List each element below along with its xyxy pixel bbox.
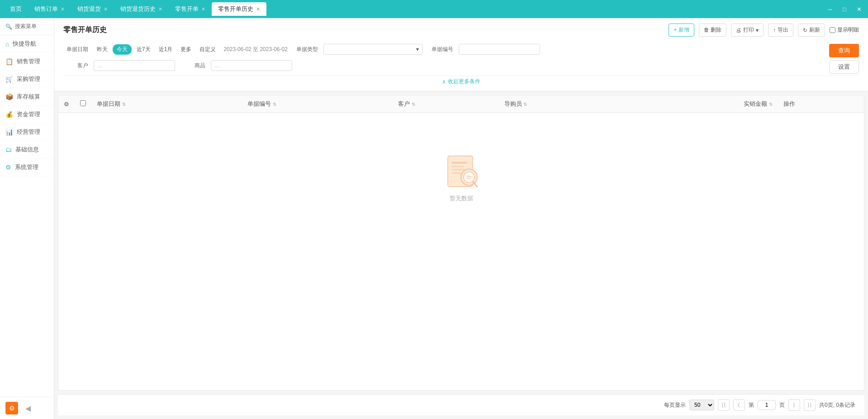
tab-retail-open-history-close[interactable]: ✕: [256, 6, 260, 12]
delete-button[interactable]: 🗑 删除: [699, 24, 726, 37]
page-header: 零售开单历史 + 新增 🗑 删除 🖨 打印 ▾ ↑ 导出 ↻: [54, 18, 868, 91]
date-btn-7days[interactable]: 近7天: [133, 44, 154, 55]
filter-area: 单据日期 昨天 今天 近7天 近1月 更多 自定义 2023-06-02 至 2…: [63, 41, 859, 91]
tab-sales-return-history-label: 销货退货历史: [120, 5, 156, 13]
brand-badge: OfTEn: [843, 26, 859, 33]
sidebar-search[interactable]: 🔍 搜索菜单: [0, 18, 54, 35]
th-salesperson[interactable]: 导购员 ⇅: [499, 95, 627, 113]
tab-sales-return-close[interactable]: ✕: [104, 6, 108, 12]
salesperson-sort-icon[interactable]: ⇅: [523, 102, 527, 107]
pagination-summary: 共0页, 0条记录: [819, 401, 855, 409]
tab-home[interactable]: 首页: [4, 2, 28, 16]
tab-retail-open-close[interactable]: ✕: [201, 6, 205, 12]
sidebar-item-purchase-mgmt-label: 采购管理: [17, 75, 40, 83]
filter-row-1: 单据日期 昨天 今天 近7天 近1月 更多 自定义 2023-06-02 至 2…: [63, 41, 824, 57]
page-title-row: 零售开单历史 + 新增 🗑 删除 🖨 打印 ▾ ↑ 导出 ↻: [63, 24, 859, 37]
collapse-label: 收起更多条件: [448, 78, 480, 85]
doc-type-label: 单据类型: [293, 46, 318, 53]
window-minimize[interactable]: ─: [825, 4, 835, 14]
window-close[interactable]: ✕: [854, 4, 864, 14]
th-amount[interactable]: 实销金额 ⇅: [627, 95, 778, 113]
date-sort-icon[interactable]: ⇅: [122, 102, 126, 107]
sidebar-item-operations[interactable]: 📊 经营管理: [0, 123, 54, 141]
tab-sales-return-history-close[interactable]: ✕: [158, 6, 162, 12]
amount-sort-icon[interactable]: ⇅: [769, 102, 773, 107]
tab-sales-order[interactable]: 销售订单 ✕: [28, 2, 71, 16]
th-checkbox[interactable]: [75, 95, 91, 113]
th-no[interactable]: 单据编号 ⇅: [242, 95, 393, 113]
print-button[interactable]: 🖨 打印 ▾: [731, 24, 764, 37]
date-btn-today[interactable]: 今天: [113, 44, 132, 55]
tab-sales-return-history[interactable]: 销货退货历史 ✕: [114, 2, 169, 16]
select-all-checkbox[interactable]: [80, 100, 86, 106]
refresh-button[interactable]: ↻ 刷新: [798, 24, 825, 37]
th-salesperson-label: 导购员: [504, 100, 522, 107]
sidebar-item-operations-label: 经营管理: [17, 128, 40, 136]
svg-point-6: [464, 172, 474, 183]
customer-input[interactable]: ...: [94, 60, 175, 71]
tab-retail-open[interactable]: 零售开单 ✕: [169, 2, 212, 16]
sidebar-item-finance[interactable]: 💰 资金管理: [0, 106, 54, 123]
print-label: 打印: [743, 26, 754, 34]
goods-ellipsis-icon: ...: [215, 62, 219, 69]
prev-page-button[interactable]: ⟨: [733, 399, 745, 411]
sidebar-collapse-button[interactable]: ◀: [22, 402, 34, 414]
sales-icon: 📋: [5, 58, 13, 65]
last-page-button[interactable]: ⟩⟩: [804, 399, 816, 411]
date-btn-1month[interactable]: 近1月: [156, 44, 176, 55]
sidebar-item-system[interactable]: ⚙ 系统管理: [0, 159, 54, 176]
th-no-label: 单据编号: [247, 100, 271, 107]
export-label: 导出: [778, 26, 788, 34]
table-header-row: ⚙ 单据日期 ⇅ 单据编号 ⇅: [58, 95, 864, 113]
sidebar-item-inventory[interactable]: 📦 库存核算: [0, 88, 54, 106]
sidebar-gear-button[interactable]: ⚙: [5, 402, 18, 414]
sidebar: 🔍 搜索菜单 ⌂ 快捷导航 📋 销售管理 🛒 采购管理 📦 库存核算 💰 资金管…: [0, 18, 54, 419]
basic-info-icon: 🗂: [5, 146, 12, 153]
next-page-button[interactable]: ⟩: [788, 399, 800, 411]
per-page-label: 每页显示: [664, 401, 686, 409]
empty-illustration: [436, 149, 486, 194]
window-maximize[interactable]: □: [839, 4, 850, 14]
date-label: 单据日期: [63, 46, 88, 53]
tab-sales-return[interactable]: 销货退货 ✕: [71, 2, 114, 16]
svg-rect-4: [451, 172, 461, 174]
page-label: 第: [749, 401, 754, 409]
doc-no-label: 单据编号: [428, 46, 453, 53]
table-container: ⚙ 单据日期 ⇅ 单据编号 ⇅: [58, 95, 864, 391]
tab-sales-order-label: 销售订单: [34, 5, 58, 13]
tab-retail-open-history[interactable]: 零售开单历史 ✕: [212, 2, 266, 16]
customer-sort-icon[interactable]: ⇅: [412, 102, 415, 107]
export-button[interactable]: ↑ 导出: [768, 24, 793, 37]
first-page-button[interactable]: ⟨⟨: [718, 399, 730, 411]
th-settings[interactable]: ⚙: [58, 95, 75, 113]
date-btn-custom[interactable]: 自定义: [196, 44, 219, 55]
sidebar-item-system-label: 系统管理: [15, 163, 38, 171]
tab-sales-order-close[interactable]: ✕: [61, 6, 65, 12]
collapse-more-btn[interactable]: ∧ 收起更多条件: [63, 75, 859, 87]
display-detail-input[interactable]: [830, 27, 835, 33]
doc-no-input[interactable]: [459, 44, 540, 55]
sidebar-item-sales-mgmt[interactable]: 📋 销售管理: [0, 53, 54, 71]
date-btn-yesterday[interactable]: 昨天: [94, 44, 111, 55]
th-date[interactable]: 单据日期 ⇅: [91, 95, 242, 113]
sidebar-item-basic-info[interactable]: 🗂 基础信息: [0, 141, 54, 159]
date-btn-more[interactable]: 更多: [177, 44, 194, 55]
goods-input[interactable]: ...: [211, 60, 292, 71]
page-number-input[interactable]: 1: [758, 400, 776, 410]
sidebar-item-quick-nav[interactable]: ⌂ 快捷导航: [0, 35, 54, 53]
sidebar-item-purchase-mgmt[interactable]: 🛒 采购管理: [0, 71, 54, 88]
sidebar-item-finance-label: 资金管理: [17, 110, 40, 118]
filter-row-2: 客户 ... 商品 ...: [63, 57, 824, 74]
no-sort-icon[interactable]: ⇅: [273, 102, 276, 107]
settings-icon[interactable]: ⚙: [64, 101, 69, 108]
query-button[interactable]: 查询: [829, 44, 859, 57]
th-customer[interactable]: 客户 ⇅: [393, 95, 498, 113]
table-body: 暂无数据: [58, 113, 864, 239]
add-button[interactable]: + 新增: [669, 24, 694, 37]
refresh-icon: ↻: [803, 27, 807, 33]
home-icon: ⌂: [5, 40, 9, 47]
doc-type-select[interactable]: ▾: [323, 44, 423, 55]
top-tabbar: 首页 销售订单 ✕ 销货退货 ✕ 销货退货历史 ✕ 零售开单 ✕ 零售开单历史 …: [0, 0, 868, 18]
settings-button[interactable]: 设置: [829, 60, 859, 74]
page-size-select[interactable]: 50 100 200: [689, 400, 714, 410]
